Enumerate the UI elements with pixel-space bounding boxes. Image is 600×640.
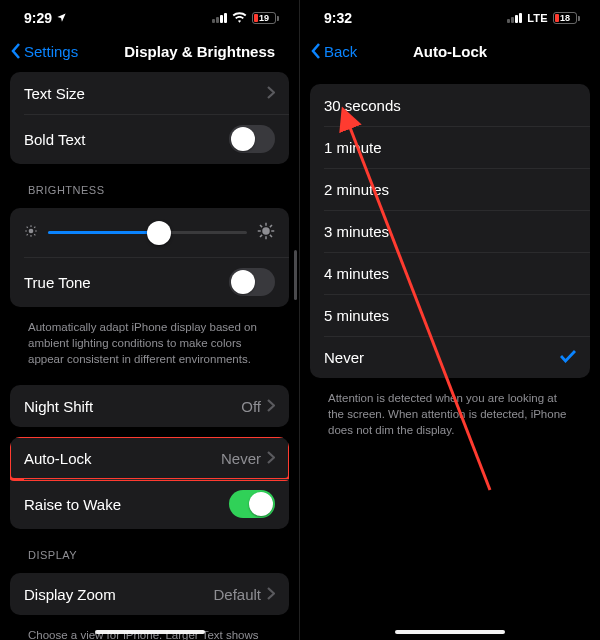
attention-note: Attention is detected when you are looki… [310,388,590,448]
row-display-zoom[interactable]: Display Zoom Default [10,573,289,615]
screenshot-auto-lock: 9:32 LTE 18 Back Auto-Lock 30 seconds 1 … [300,0,600,640]
auto-lock-options: 30 seconds 1 minute 2 minutes 3 minutes … [310,84,590,378]
label: 2 minutes [324,181,389,198]
svg-line-16 [260,235,262,237]
home-indicator[interactable] [395,630,505,634]
chevron-right-icon [267,450,275,467]
svg-line-17 [270,225,272,227]
night-shift-group: Night Shift Off [10,385,289,427]
wifi-icon [232,11,247,26]
back-label: Back [324,43,357,60]
label: Text Size [24,85,85,102]
scroll-indicator [294,250,297,300]
checkmark-icon [560,349,576,366]
true-tone-note: Automatically adapt iPhone display based… [10,317,289,377]
option-never[interactable]: Never [310,336,590,378]
label: Bold Text [24,131,85,148]
status-bar: 9:29 19 [0,0,299,32]
svg-line-5 [27,227,28,228]
label: 1 minute [324,139,382,156]
display-group: Display Zoom Default [10,573,289,615]
svg-line-8 [34,227,35,228]
label: Raise to Wake [24,496,121,513]
bold-text-toggle[interactable] [229,125,275,153]
back-button[interactable]: Settings [10,42,78,60]
value: Default [213,586,261,603]
row-text-size[interactable]: Text Size [10,72,289,114]
label: Never [324,349,364,366]
label: 4 minutes [324,265,389,282]
svg-line-14 [260,225,262,227]
status-time: 9:29 [24,10,52,26]
chevron-right-icon [267,85,275,102]
lock-group: Auto-Lock Never Raise to Wake [10,437,289,529]
svg-line-7 [27,234,28,235]
row-raise-to-wake[interactable]: Raise to Wake [10,479,289,529]
option-4-minutes[interactable]: 4 minutes [310,252,590,294]
row-night-shift[interactable]: Night Shift Off [10,385,289,427]
battery-icon: 19 [252,12,279,24]
back-button[interactable]: Back [310,42,357,60]
label: Night Shift [24,398,93,415]
nav-bar: Settings Display & Brightness [0,32,299,70]
svg-line-6 [34,234,35,235]
nav-bar: Back Auto-Lock [300,32,600,70]
sun-large-icon [257,222,275,243]
home-indicator[interactable] [95,630,205,634]
true-tone-toggle[interactable] [229,268,275,296]
brightness-group: True Tone [10,208,289,307]
chevron-right-icon [267,586,275,603]
chevron-left-icon [10,42,22,60]
section-brightness: BRIGHTNESS [10,174,289,200]
text-group: Text Size Bold Text [10,72,289,164]
label: Display Zoom [24,586,116,603]
option-2-minutes[interactable]: 2 minutes [310,168,590,210]
brightness-slider[interactable] [48,231,247,234]
label: 30 seconds [324,97,401,114]
label: 5 minutes [324,307,389,324]
label: 3 minutes [324,223,389,240]
option-30-seconds[interactable]: 30 seconds [310,84,590,126]
row-bold-text[interactable]: Bold Text [10,114,289,164]
cellular-signal-icon [212,13,227,23]
status-bar: 9:32 LTE 18 [300,0,600,32]
row-true-tone[interactable]: True Tone [10,257,289,307]
option-5-minutes[interactable]: 5 minutes [310,294,590,336]
chevron-left-icon [310,42,322,60]
page-title: Display & Brightness [84,43,275,60]
status-time: 9:32 [324,10,352,26]
battery-icon: 18 [553,12,580,24]
network-label: LTE [527,12,548,24]
sun-small-icon [24,224,38,241]
row-auto-lock[interactable]: Auto-Lock Never [10,437,289,479]
option-3-minutes[interactable]: 3 minutes [310,210,590,252]
label: Auto-Lock [24,450,92,467]
svg-line-15 [270,235,272,237]
value: Off [241,398,261,415]
label: True Tone [24,274,91,291]
option-1-minute[interactable]: 1 minute [310,126,590,168]
screenshot-display-brightness: 9:29 19 Settings Display & Brightnes [0,0,300,640]
svg-point-0 [29,229,34,234]
chevron-right-icon [267,398,275,415]
location-icon [56,10,67,26]
cellular-signal-icon [507,13,522,23]
back-label: Settings [24,43,78,60]
brightness-slider-row[interactable] [10,208,289,257]
raise-to-wake-toggle[interactable] [229,490,275,518]
svg-point-9 [262,227,270,235]
value: Never [221,450,261,467]
section-display: DISPLAY [10,539,289,565]
